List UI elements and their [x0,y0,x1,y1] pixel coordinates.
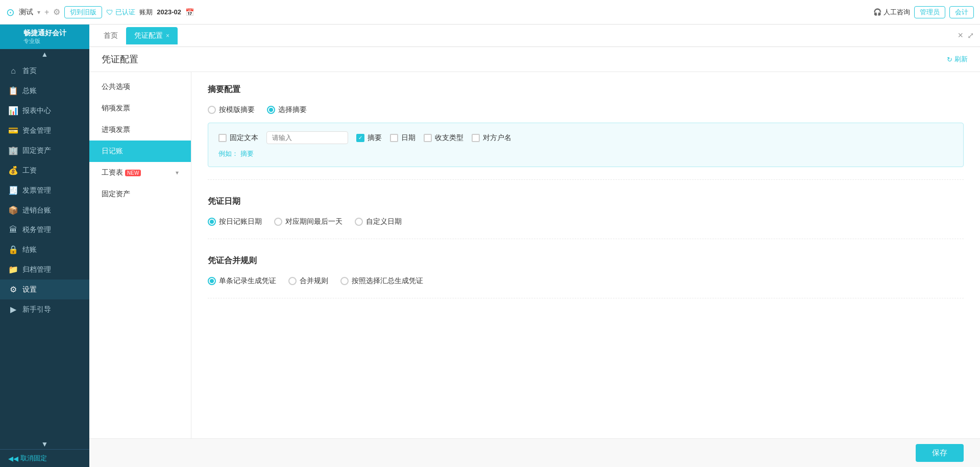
sidebar-item-finance[interactable]: 💳 资金管理 [0,121,89,141]
config-content: 摘要配置 按模版摘要 选择摘要 [191,72,980,467]
config-menu-journal[interactable]: 日记账 [89,141,191,162]
save-bar: 保存 [89,438,980,467]
radio-custom-date-circle [355,218,363,226]
radio-select[interactable]: 选择摘要 [267,105,307,114]
archive-icon: 📁 [8,265,18,274]
radio-period-last[interactable]: 对应期间最后一天 [274,217,342,226]
sidebar-item-label: 新手引导 [22,305,51,314]
topbar-dropdown-icon[interactable]: ▾ [37,9,40,16]
finance-icon: 💳 [8,126,18,135]
sidebar-item-label: 发票管理 [22,186,51,195]
tab-bar: 首页 凭证配置 × × ⤢ [89,25,980,47]
sidebar: 畅捷通好会计 专业版 ▲ ⌂ 首页 📋 总账 📊 报表中心 💳 资金管理 [0,25,89,467]
tab-bar-expand-icon[interactable]: ⤢ [967,31,974,40]
radio-custom-date[interactable]: 自定义日期 [355,217,402,226]
summary-options-box: 固定文本 摘要 日期 [208,123,964,167]
sidebar-item-invoice[interactable]: 🧾 发票管理 [0,180,89,200]
config-menu-purchase-invoice[interactable]: 进项发票 [89,119,191,141]
tab-bar-close-icon[interactable]: × [958,30,963,41]
sidebar-item-label: 首页 [22,66,37,76]
checkbox-counterparty[interactable]: 对方户名 [472,133,511,143]
sidebar-item-report[interactable]: 📊 报表中心 [0,101,89,121]
topbar-gear-icon[interactable]: ⚙ [53,7,60,17]
radio-template-circle [208,106,216,114]
admin-btn[interactable]: 管理员 [914,6,945,18]
summary-radio-group: 按模版摘要 选择摘要 [208,105,964,114]
checkbox-date-box [390,134,398,142]
sidebar-item-label: 进销台账 [22,206,51,215]
refresh-icon: ↻ [947,56,952,63]
topbar-add-icon[interactable]: + [44,8,49,17]
sidebar-item-guide[interactable]: ▶ 新手引导 [0,299,89,319]
headset-icon: 🎧 [873,8,881,16]
sidebar-scroll-down[interactable]: ▼ [0,439,89,449]
sidebar-cancel-fixed[interactable]: ◀◀ 取消固定 [0,449,89,467]
radio-single-record[interactable]: 单条记录生成凭证 [208,276,276,286]
sidebar-scroll-up[interactable]: ▲ [0,49,89,59]
page-title: 凭证配置 [102,53,138,65]
config-menu-payroll[interactable]: 工资表 NEW ▾ [89,162,191,183]
sidebar-item-label: 资金管理 [22,126,51,135]
settings-icon: ⚙ [8,285,18,294]
checkbox-fixed-text[interactable]: 固定文本 [218,133,258,143]
config-layout: 公共选项 销项发票 进项发票 日记账 工资表 NEW ▾ 固定资产 [89,72,980,467]
config-menu-public[interactable]: 公共选项 [89,76,191,98]
radio-journal-date[interactable]: 按日记账日期 [208,217,262,226]
checkbox-counterparty-box [472,134,480,142]
topbar-title: 测试 [19,8,33,17]
merge-radio-group: 单条记录生成凭证 合并规则 按照选择汇总生成凭证 [208,276,964,286]
date-radio-group: 按日记账日期 对应期间最后一天 自定义日期 [208,217,964,226]
config-menu-fixed-assets[interactable]: 固定资产 [89,183,191,205]
content-area: 首页 凭证配置 × × ⤢ 凭证配置 ↻ 刷新 公共选项 [89,25,980,467]
home-icon: ⌂ [8,66,18,76]
closing-icon: 🔒 [8,245,18,254]
refresh-btn[interactable]: ↻ 刷新 [947,55,968,64]
sidebar-item-label: 归档管理 [22,265,51,274]
config-menu-sales-invoice[interactable]: 销项发票 [89,98,191,119]
radio-select-circle [267,106,275,114]
radio-template[interactable]: 按模版摘要 [208,105,255,114]
sidebar-item-tax[interactable]: 🏛 税务管理 [0,220,89,240]
radio-period-last-circle [274,218,282,226]
checkbox-date[interactable]: 日期 [390,133,415,143]
sidebar-item-sales[interactable]: 📦 进销台账 [0,200,89,220]
sidebar-item-ledger[interactable]: 📋 总账 [0,81,89,101]
summary-title: 摘要配置 [208,84,964,95]
assets-icon: 🏢 [8,146,18,155]
radio-merge-rules-circle [288,277,297,285]
sidebar-item-label: 总账 [22,86,37,96]
radio-summary-generate[interactable]: 按照选择汇总生成凭证 [340,276,423,286]
checkbox-cashtype-box [424,134,432,142]
page-header: 凭证配置 ↻ 刷新 [89,47,980,72]
sidebar-item-home[interactable]: ⌂ 首页 [0,61,89,81]
checkbox-cashtype[interactable]: 收支类型 [424,133,463,143]
merge-title: 凭证合并规则 [208,255,964,266]
payroll-expand-icon: ▾ [176,169,179,176]
sidebar-item-salary[interactable]: 💰 工资 [0,160,89,180]
summary-section: 摘要配置 按模版摘要 选择摘要 [208,84,964,180]
calendar-icon[interactable]: 📅 [185,8,194,16]
radio-merge-rules[interactable]: 合并规则 [288,276,328,286]
tab-close-icon[interactable]: × [166,32,169,39]
tab-home[interactable]: 首页 [95,27,126,44]
config-menu: 公共选项 销项发票 进项发票 日记账 工资表 NEW ▾ 固定资产 [89,72,191,467]
sidebar-logo: 畅捷通好会计 专业版 [0,25,89,49]
consult-btn[interactable]: 🎧 人工咨询 [873,8,910,17]
sidebar-item-settings[interactable]: ⚙ 设置 [0,279,89,299]
checkbox-summary[interactable]: 摘要 [356,133,382,143]
switch-old-btn[interactable]: 切到旧版 [64,6,102,18]
accountant-btn[interactable]: 会计 [949,6,974,18]
sidebar-item-archive[interactable]: 📁 归档管理 [0,260,89,279]
period-label: 账期 [139,8,153,17]
radio-journal-date-circle [208,218,216,226]
logo-sub: 专业版 [23,37,66,45]
tab-voucher-config[interactable]: 凭证配置 × [126,27,178,44]
sidebar-item-closing[interactable]: 🔒 结账 [0,240,89,260]
fixed-text-input[interactable] [266,131,348,144]
sidebar-item-label: 结账 [22,245,37,254]
save-button[interactable]: 保存 [916,444,964,462]
merge-section: 凭证合并规则 单条记录生成凭证 合并规则 按照选择汇总生成凭证 [208,255,964,298]
sidebar-item-assets[interactable]: 🏢 固定资产 [0,141,89,160]
shield-icon: 🛡 [106,8,113,16]
new-badge: NEW [125,170,141,176]
